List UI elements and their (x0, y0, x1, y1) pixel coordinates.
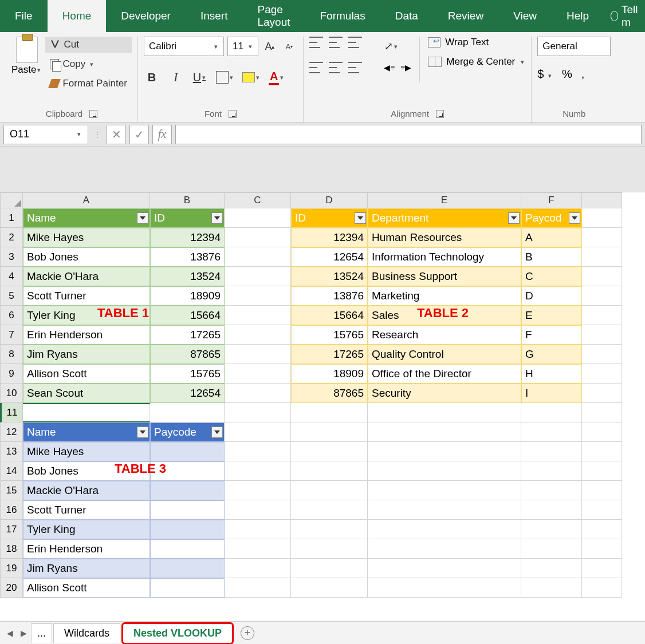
clipboard-launcher[interactable] (89, 110, 97, 118)
filter-dropdown[interactable] (211, 212, 223, 224)
font-launcher[interactable] (229, 110, 237, 118)
row-header-20[interactable]: 20 (0, 578, 23, 598)
cell-C20[interactable] (225, 578, 291, 598)
cell-B12[interactable]: Paycode (150, 422, 225, 442)
cell-E5[interactable]: Marketing (368, 286, 521, 306)
cell-A6[interactable]: Tyler King (23, 306, 150, 325)
wrap-text-button[interactable]: Wrap Text (428, 37, 525, 48)
tab-view[interactable]: View (498, 0, 552, 32)
cell-G13[interactable] (582, 442, 622, 461)
cell-A16[interactable]: Scott Turner (23, 500, 150, 520)
cell-D2[interactable]: 12394 (291, 228, 368, 247)
col-header-C[interactable]: C (225, 192, 291, 208)
cell-F8[interactable]: G (521, 345, 582, 364)
formula-input[interactable] (175, 125, 642, 144)
row-header-3[interactable]: 3 (0, 247, 23, 267)
align-center-button[interactable] (329, 62, 343, 73)
row-header-7[interactable]: 7 (0, 325, 23, 345)
cell-F12[interactable] (521, 422, 582, 442)
cell-B14[interactable] (150, 461, 225, 481)
row-header-9[interactable]: 9 (0, 364, 23, 384)
col-header-D[interactable]: D (291, 192, 368, 208)
cell-G7[interactable] (582, 325, 622, 345)
row-header-12[interactable]: 12 (0, 422, 23, 442)
cell-F2[interactable]: A (521, 228, 582, 247)
cell-C4[interactable] (225, 267, 291, 286)
cell-C6[interactable] (225, 306, 291, 325)
cell-A18[interactable]: Erin Henderson (23, 539, 150, 559)
cell-A7[interactable]: Erin Henderson (23, 325, 150, 345)
border-button[interactable]: ▾ (216, 68, 234, 87)
cell-G18[interactable] (582, 539, 622, 559)
cell-F17[interactable] (521, 520, 582, 539)
cell-G3[interactable] (582, 247, 622, 267)
sheet-nav-next[interactable]: ▶ (17, 627, 30, 639)
cell-D10[interactable]: 87865 (291, 384, 368, 403)
cell-B7[interactable]: 17265 (150, 325, 225, 345)
cell-B1[interactable]: ID (150, 208, 225, 228)
cell-A13[interactable]: Mike Hayes (23, 442, 150, 461)
bold-button[interactable]: B (144, 68, 160, 87)
cell-C16[interactable] (225, 500, 291, 520)
cell-C11[interactable] (225, 403, 291, 422)
cell-D11[interactable] (291, 403, 368, 422)
cell-E9[interactable]: Office of the Director (368, 364, 521, 384)
cell-E11[interactable] (368, 403, 521, 422)
comma-button[interactable]: , (581, 68, 585, 81)
paste-label[interactable]: Paste (11, 64, 36, 76)
sheet-tab-nested-vlookup[interactable]: Nested VLOOKUP (121, 622, 234, 645)
cell-C15[interactable] (225, 481, 291, 500)
cell-A14[interactable]: Bob Jones (23, 461, 150, 481)
cell-G6[interactable] (582, 306, 622, 325)
cell-D19[interactable] (291, 559, 368, 578)
row-header-10[interactable]: 10 (0, 384, 23, 403)
cell-C13[interactable] (225, 442, 291, 461)
filter-dropdown[interactable] (211, 426, 223, 438)
cell-B4[interactable]: 13524 (150, 267, 225, 286)
merge-center-button[interactable]: Merge & Center▾ (428, 56, 525, 68)
cell-A19[interactable]: Jim Ryans (23, 559, 150, 578)
cell-F14[interactable] (521, 461, 582, 481)
col-header-E[interactable]: E (368, 192, 521, 208)
cell-A11[interactable] (23, 403, 150, 422)
name-box[interactable]: O11▾ (3, 125, 88, 144)
copy-button[interactable]: Copy▾ (45, 56, 131, 72)
decrease-indent-button[interactable]: ◀≡ (384, 62, 395, 73)
row-header-17[interactable]: 17 (0, 520, 23, 539)
paste-dropdown[interactable]: ▾ (36, 66, 42, 74)
cell-F19[interactable] (521, 559, 582, 578)
cell-A8[interactable]: Jim Ryans (23, 345, 150, 364)
cell-E20[interactable] (368, 578, 521, 598)
cell-D14[interactable] (291, 461, 368, 481)
cell-B16[interactable] (150, 500, 225, 520)
cell-D7[interactable]: 15765 (291, 325, 368, 345)
paste-icon[interactable] (16, 37, 38, 63)
cell-C2[interactable] (225, 228, 291, 247)
cut-button[interactable]: Cut (45, 37, 131, 53)
percent-button[interactable]: % (562, 68, 572, 81)
cell-D15[interactable] (291, 481, 368, 500)
cell-B17[interactable] (150, 520, 225, 539)
cell-A5[interactable]: Scott Turner (23, 286, 150, 306)
cell-D4[interactable]: 13524 (291, 267, 368, 286)
col-header-blank[interactable] (582, 192, 622, 208)
cell-G4[interactable] (582, 267, 622, 286)
cell-B11[interactable] (150, 403, 225, 422)
font-name-select[interactable]: Calibri▾ (144, 37, 224, 56)
cell-F9[interactable]: H (521, 364, 582, 384)
cell-C12[interactable] (225, 422, 291, 442)
cell-E18[interactable] (368, 539, 521, 559)
cell-G14[interactable] (582, 461, 622, 481)
cell-C17[interactable] (225, 520, 291, 539)
cell-G20[interactable] (582, 578, 622, 598)
cell-B8[interactable]: 87865 (150, 345, 225, 364)
cell-B20[interactable] (150, 578, 225, 598)
increase-font-button[interactable]: A▴ (262, 37, 278, 56)
align-bottom-button[interactable] (348, 37, 362, 48)
cell-A3[interactable]: Bob Jones (23, 247, 150, 267)
cell-F4[interactable]: C (521, 267, 582, 286)
align-top-button[interactable] (309, 37, 323, 48)
cell-D12[interactable] (291, 422, 368, 442)
col-header-B[interactable]: B (150, 192, 225, 208)
sheet-tab-more[interactable]: ... (31, 623, 52, 643)
